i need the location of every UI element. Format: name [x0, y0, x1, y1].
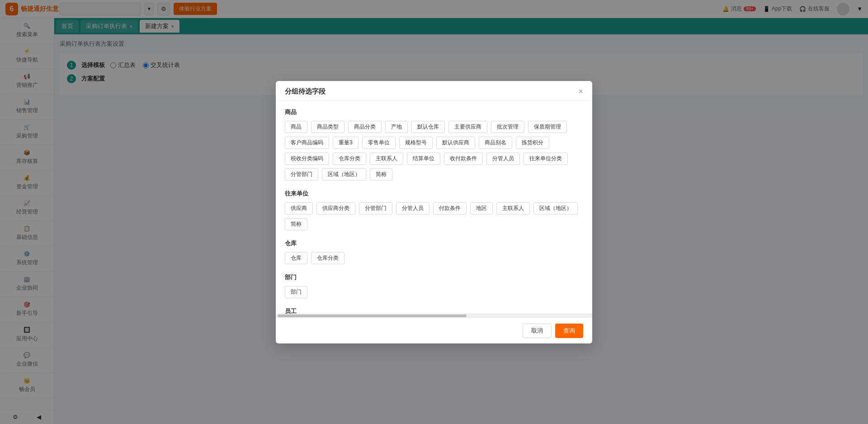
field-tag[interactable]: 主联系人	[496, 202, 530, 214]
field-tag[interactable]: 简称	[370, 168, 392, 181]
field-tag[interactable]: 客户商品编码	[285, 137, 329, 149]
field-tag[interactable]: 保质期管理	[528, 121, 567, 133]
field-tag[interactable]: 主联系人	[370, 152, 403, 165]
field-tag[interactable]: 仓库分类	[333, 152, 366, 165]
section-department-title: 部门	[285, 273, 583, 281]
section-employee: 员工 业务员	[285, 307, 583, 314]
section-warehouse-tags: 仓库仓库分类	[285, 252, 583, 264]
field-tag[interactable]: 默认供应商	[436, 137, 475, 149]
modal-confirm-button[interactable]: 查询	[555, 324, 583, 338]
section-product-tags: 商品商品类型商品分类产地默认仓库主要供应商批次管理保质期管理客户商品编码重量3零…	[285, 121, 583, 181]
field-tag[interactable]: 收付款条件	[444, 152, 483, 165]
modal-header: 分组待选字段 ×	[276, 81, 592, 101]
modal-overlay: 分组待选字段 × 商品 商品商品类型商品分类产地默认仓库主要供应商批次管理保质期…	[0, 0, 868, 424]
modal-title: 分组待选字段	[285, 87, 326, 96]
field-tag[interactable]: 仓库分类	[311, 252, 344, 264]
field-tag[interactable]: 零售单位	[362, 137, 396, 149]
field-tag[interactable]: 部门	[285, 286, 307, 298]
section-warehouse: 仓库 仓库仓库分类	[285, 239, 583, 264]
field-tag[interactable]: 简称	[285, 218, 307, 230]
section-employee-title: 员工	[285, 307, 583, 314]
field-tag[interactable]: 分管人员	[396, 202, 429, 214]
field-tag[interactable]: 分管部门	[285, 168, 318, 181]
field-tag[interactable]: 商品别名	[479, 137, 512, 149]
field-tag[interactable]: 商品分类	[348, 121, 382, 133]
section-partner: 往来单位 供应商供应商分类分管部门分管人员付款条件地区主联系人区域（地区）简称	[285, 190, 583, 230]
section-partner-tags: 供应商供应商分类分管部门分管人员付款条件地区主联系人区域（地区）简称	[285, 202, 583, 230]
section-department: 部门 部门	[285, 273, 583, 298]
field-tag[interactable]: 分管部门	[359, 202, 392, 214]
field-tag[interactable]: 仓库	[285, 252, 307, 264]
field-tag[interactable]: 区域（地区）	[533, 202, 578, 214]
field-tag[interactable]: 商品	[285, 121, 307, 133]
field-tag[interactable]: 地区	[470, 202, 493, 214]
field-select-modal: 分组待选字段 × 商品 商品商品类型商品分类产地默认仓库主要供应商批次管理保质期…	[276, 81, 592, 343]
field-tag[interactable]: 主要供应商	[448, 121, 487, 133]
modal-footer: 取消 查询	[276, 318, 592, 343]
field-tag[interactable]: 重量3	[333, 137, 359, 149]
section-warehouse-title: 仓库	[285, 239, 583, 248]
field-tag[interactable]: 税收分类编码	[285, 152, 329, 165]
field-tag[interactable]: 供应商	[285, 202, 313, 214]
field-tag[interactable]: 规格型号	[399, 137, 433, 149]
section-product: 商品 商品商品类型商品分类产地默认仓库主要供应商批次管理保质期管理客户商品编码重…	[285, 108, 583, 181]
section-partner-title: 往来单位	[285, 190, 583, 198]
modal-close-button[interactable]: ×	[578, 87, 583, 95]
modal-cancel-button[interactable]: 取消	[523, 324, 552, 338]
field-tag[interactable]: 批次管理	[491, 121, 524, 133]
field-tag[interactable]: 商品类型	[311, 121, 344, 133]
field-tag[interactable]: 供应商分类	[316, 202, 355, 214]
section-department-tags: 部门	[285, 286, 583, 298]
field-tag[interactable]: 拣货积分	[516, 137, 549, 149]
modal-hscroll[interactable]	[276, 314, 592, 318]
modal-body: 商品 商品商品类型商品分类产地默认仓库主要供应商批次管理保质期管理客户商品编码重…	[276, 101, 592, 314]
field-tag[interactable]: 付款条件	[433, 202, 467, 214]
field-tag[interactable]: 区域（地区）	[322, 168, 366, 181]
field-tag[interactable]: 分管人员	[486, 152, 520, 165]
section-product-title: 商品	[285, 108, 583, 116]
field-tag[interactable]: 往来单位分类	[524, 152, 568, 165]
field-tag[interactable]: 默认仓库	[411, 121, 445, 133]
field-tag[interactable]: 结算单位	[407, 152, 440, 165]
field-tag[interactable]: 产地	[385, 121, 408, 133]
